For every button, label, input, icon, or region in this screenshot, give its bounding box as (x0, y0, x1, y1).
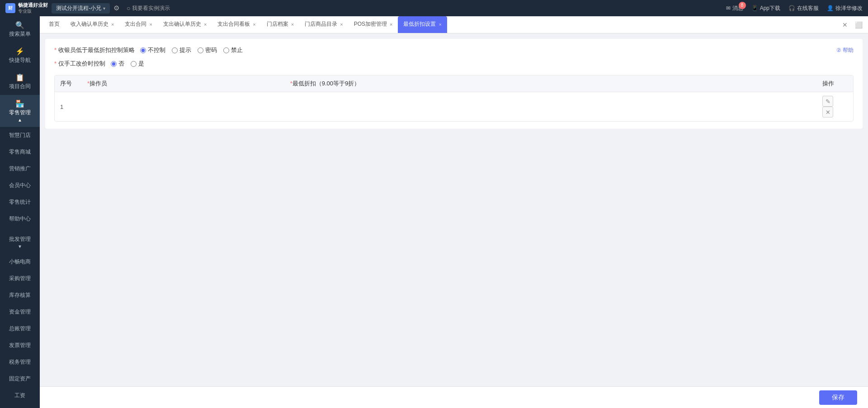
delete-row-button[interactable]: ✕ (822, 107, 833, 117)
tab-store-product-catalog[interactable]: 门店商品目录 × (299, 16, 348, 33)
tab-pos-password[interactable]: POS加密管理 × (349, 16, 398, 33)
sidebar-item-retail-mgmt[interactable]: 🏪 零售管理 ▲ (0, 95, 40, 127)
sidebar-item-fund[interactable]: 资金管理 (0, 304, 40, 320)
tab-close-payment-confirm[interactable]: × (204, 22, 207, 27)
sidebar-item-fixed-assets[interactable]: 固定资产 (0, 370, 40, 387)
bottom-bar: 保存 (40, 386, 868, 408)
radio-yes-input[interactable] (131, 61, 137, 67)
user-profile[interactable]: 👤 徐泽华修改 (827, 5, 863, 12)
contract-icon: 📋 (15, 73, 24, 82)
tab-income-confirm-history[interactable]: 收入确认单历史 × (65, 16, 119, 33)
app-version: 专业版 (18, 9, 48, 14)
cell-actions: ✎ ✕ (817, 92, 853, 122)
sidebar-item-ledger[interactable]: 总账管理 (0, 320, 40, 337)
message-badge: 8 (739, 2, 746, 9)
sidebar-item-tax[interactable]: 税务管理 (0, 354, 40, 370)
tab-maximize-icon[interactable]: ⬜ (853, 20, 864, 29)
sidebar-label-ecommerce: 小畅电商 (9, 258, 31, 266)
user-icon: 👤 (827, 5, 834, 11)
message-button[interactable]: ✉ 消息 8 (726, 5, 743, 12)
edit-row-button[interactable]: ✎ (822, 96, 833, 107)
radio-no[interactable]: 否 (111, 60, 124, 68)
sidebar-label-retail: 零售管理 (9, 109, 31, 117)
tab-close-min-discount[interactable]: × (439, 22, 441, 27)
sidebar-item-project-contract[interactable]: 📋 项目合同 (0, 69, 40, 95)
sidebar-item-help[interactable]: 帮助中心 (0, 211, 40, 227)
tab-store-file[interactable]: 门店档案 × (261, 16, 299, 33)
help-icon: ② (836, 47, 841, 53)
cell-operator (82, 92, 285, 122)
tab-close-payment-contract[interactable]: × (149, 22, 152, 27)
store-icon: 🏪 (15, 99, 24, 108)
radio-password[interactable]: 密码 (198, 46, 217, 54)
sidebar-item-marketing[interactable]: 营销推广 (0, 160, 40, 177)
tab-home[interactable]: 首页 (43, 16, 65, 33)
project-selector[interactable]: 测试分开流程-小兄 ▾ (52, 3, 110, 14)
sidebar-label-wholesale: 批发管理 (9, 235, 31, 243)
required-star-2: * (54, 60, 57, 67)
tab-close-pos[interactable]: × (390, 22, 392, 27)
tab-payment-contract[interactable]: 支出合同 × (119, 16, 157, 33)
sidebar-label-fund: 资金管理 (9, 308, 31, 316)
th-operator: *操作员 (82, 75, 285, 92)
tab-close-income[interactable]: × (111, 22, 114, 27)
sidebar-label-tax: 税务管理 (9, 358, 31, 366)
sidebar-item-purchase[interactable]: 采购管理 (0, 270, 40, 287)
sidebar-label-ledger: 总账管理 (9, 325, 31, 333)
sidebar-label-invoice: 发票管理 (9, 342, 31, 349)
sidebar-item-quick-nav[interactable]: ⚡ 快捷导航 (0, 42, 40, 69)
sidebar-item-smart-store[interactable]: 智慧门店 (0, 127, 40, 144)
manual-price-options: 否 是 (111, 60, 144, 68)
sidebar-item-ecommerce[interactable]: 小畅电商 (0, 253, 40, 270)
sidebar-label-smart-store: 智慧门店 (9, 131, 31, 139)
tab-close-store-file[interactable]: × (291, 22, 294, 27)
online-service-button[interactable]: 🎧 在线客服 (788, 5, 819, 12)
sidebar-label-search: 搜索菜单 (9, 30, 31, 38)
sidebar-item-invoice[interactable]: 发票管理 (0, 337, 40, 354)
headset-icon: 🎧 (788, 5, 795, 11)
radio-no-control-input[interactable] (140, 47, 146, 53)
radio-forbid-input[interactable] (223, 47, 229, 53)
th-actions: 操作 (817, 75, 853, 92)
sidebar-item-search-menu[interactable]: 🔍 搜索菜单 (0, 16, 40, 42)
sidebar-item-retail-stats[interactable]: 零售统计 (0, 194, 40, 211)
radio-no-control[interactable]: 不控制 (140, 46, 165, 54)
settings-icon[interactable]: ⚙ (113, 4, 119, 12)
tab-close-catalog[interactable]: × (340, 22, 343, 27)
sidebar-label-project: 项目合同 (9, 83, 31, 90)
tab-close-current-icon[interactable]: ✕ (840, 20, 849, 29)
tab-close-board[interactable]: × (253, 22, 255, 27)
chevron-up-icon: ▲ (18, 117, 22, 122)
sidebar-label-fixed-assets: 固定资产 (9, 375, 31, 383)
discount-table: 序号 *操作员 *最低折扣（9.00等于9折） 操作 (54, 75, 854, 122)
sidebar-item-inventory[interactable]: 库存核算 (0, 287, 40, 304)
radio-password-input[interactable] (198, 47, 203, 53)
radio-yes[interactable]: 是 (131, 60, 144, 68)
tab-payment-contract-board[interactable]: 支出合同看板 × (212, 16, 261, 33)
sidebar-item-member[interactable]: 会员中心 (0, 177, 40, 194)
sidebar-label-mall: 零售商城 (9, 148, 31, 156)
manual-price-row: * 仅手工改价时控制 否 是 (54, 60, 854, 68)
help-link[interactable]: ② 帮助 (836, 47, 854, 54)
th-min-discount: *最低折扣（9.00等于9折） (285, 75, 817, 92)
message-icon: ✉ (726, 5, 731, 11)
sidebar-item-wholesale[interactable]: 批发管理 ▼ (0, 231, 40, 253)
search-icon: 🔍 (15, 21, 24, 29)
chevron-down-icon-wholesale: ▼ (18, 244, 22, 249)
save-button[interactable]: 保存 (819, 390, 857, 405)
radio-tip[interactable]: 提示 (172, 46, 191, 54)
sidebar-item-retail-mall[interactable]: 零售商城 (0, 144, 40, 160)
tab-min-discount[interactable]: 最低折扣设置 × (398, 16, 447, 33)
settings-panel: * 收银员低于最低折扣控制策略 不控制 提示 (45, 39, 863, 129)
download-icon: 📱 (751, 5, 758, 11)
app-download-button[interactable]: 📱 App下载 (751, 5, 780, 12)
radio-no-input[interactable] (111, 61, 117, 67)
page-content: * 收银员低于最低折扣控制策略 不控制 提示 (40, 33, 868, 386)
radio-forbid[interactable]: 禁止 (223, 46, 243, 54)
tab-payment-confirm-history[interactable]: 支出确认单历史 × (158, 16, 212, 33)
radio-tip-input[interactable] (172, 47, 178, 53)
sidebar-label-purchase: 采购管理 (9, 275, 31, 282)
top-bar: 财 畅捷通好业财 专业版 测试分开流程-小兄 ▾ ⚙ ○ 我要看实例演示 ✉ 消… (0, 0, 868, 16)
demo-link[interactable]: ○ 我要看实例演示 (127, 5, 170, 12)
sidebar-item-salary[interactable]: 工资 (0, 387, 40, 404)
